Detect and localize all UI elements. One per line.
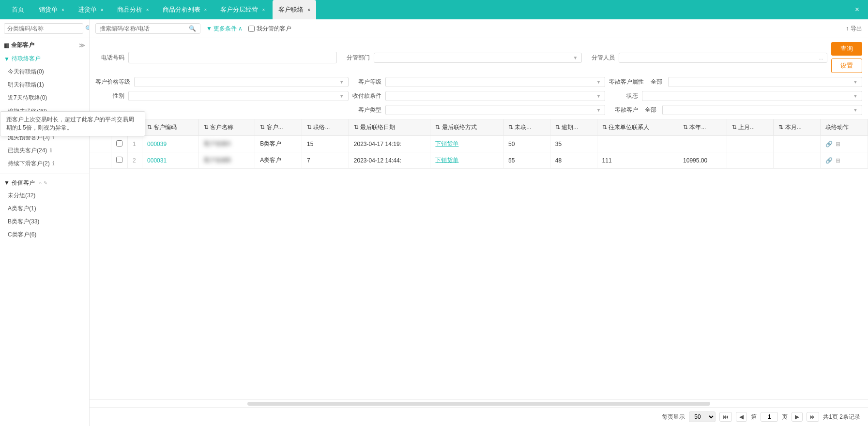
row1-select[interactable] bbox=[116, 140, 122, 147]
table-row: 1 000039 客户名称A B类客户 15 2023-04-17 14:19:… bbox=[90, 136, 868, 152]
price-level-select[interactable]: ▼ bbox=[134, 77, 349, 87]
status-select[interactable]: ▼ bbox=[642, 91, 862, 101]
row1-last-method[interactable]: 下销货单 bbox=[430, 136, 503, 152]
per-page-select[interactable]: 50 100 200 bbox=[689, 411, 716, 422]
row2-name: 客户名称B bbox=[198, 152, 255, 169]
col-name[interactable]: ⇅ 客户名称 bbox=[198, 119, 255, 136]
filter-my-customers[interactable]: 我分管的客户 bbox=[248, 25, 291, 33]
row2-last-method[interactable]: 下销货单 bbox=[430, 152, 503, 169]
col-this-month[interactable]: ⇅ 本月... bbox=[774, 119, 821, 136]
filter-search-input[interactable] bbox=[100, 25, 187, 32]
sidebar-value-group-header[interactable]: ▼ 价值客户 ○ ✎ bbox=[0, 177, 89, 189]
sidebar-item-ungrouped[interactable]: 未分组(32) bbox=[0, 189, 89, 202]
retail-attr-select[interactable]: ▼ bbox=[668, 77, 862, 87]
col-last-contact-method[interactable]: ⇅ 最后联络方式 bbox=[430, 119, 503, 136]
sidebar-pending-group-label[interactable]: ▼ 待联络客户 bbox=[0, 52, 89, 65]
tab-product-analysis[interactable]: 商品分析 × bbox=[111, 0, 155, 19]
retail-customer-select[interactable]: ▼ bbox=[662, 105, 862, 115]
value-group-edit-icon[interactable]: ✎ bbox=[44, 180, 47, 186]
tab-product-analysis-list[interactable]: 商品分析列表 × bbox=[157, 0, 213, 19]
col-contact[interactable]: ⇅ 联络... bbox=[302, 119, 349, 136]
sidebar-item-tomorrow[interactable]: 明天待联络(1) bbox=[0, 78, 89, 91]
payment-chevron: ▼ bbox=[596, 93, 601, 99]
row2-link-icon[interactable]: 🔗 bbox=[825, 157, 833, 164]
sidebar-collapse-icon[interactable]: ≫ bbox=[79, 42, 85, 49]
close-all-button[interactable]: × bbox=[851, 5, 863, 14]
gender-select[interactable]: ▼ bbox=[128, 91, 349, 101]
payment-select[interactable]: ▼ bbox=[385, 91, 606, 101]
filter-more-conditions[interactable]: ▼ 更多条件 ∧ bbox=[206, 25, 243, 33]
col-last-month-sort-icon: ⇅ bbox=[732, 124, 737, 131]
col-last-month[interactable]: ⇅ 上月... bbox=[727, 119, 774, 136]
filter-payment-field: 收付款条件 ▼ bbox=[352, 91, 606, 101]
row2-code[interactable]: 000031 bbox=[142, 152, 199, 169]
col-this-year[interactable]: ⇅ 本年... bbox=[678, 119, 727, 136]
filter-retail-attr-field: 零散客户属性 全部 ▼ bbox=[609, 77, 862, 87]
filter-price-level-field: 客户价格等级 ▼ bbox=[95, 77, 349, 87]
tab-customer-contact[interactable]: 客户联络 × bbox=[273, 0, 316, 19]
my-customers-checkbox[interactable] bbox=[248, 26, 255, 32]
sidebar-item-declining[interactable]: 持续下滑客户(2) ℹ bbox=[0, 157, 89, 170]
col-action: 联络动作 bbox=[821, 119, 868, 136]
sidebar-search-input[interactable] bbox=[4, 23, 83, 34]
manager-select[interactable]: ... bbox=[619, 53, 827, 63]
tab-sales-order[interactable]: 销货单 × bbox=[33, 0, 70, 19]
row1-grid-icon[interactable]: ⊞ bbox=[836, 141, 840, 147]
tab-purchase-order[interactable]: 进货单 × bbox=[72, 0, 109, 19]
col-code-sort-icon: ⇅ bbox=[147, 124, 152, 131]
col-overdue[interactable]: ⇅ 逾期... bbox=[550, 119, 597, 136]
department-chevron-icon: ▼ bbox=[573, 55, 578, 60]
filter-search-icon[interactable]: 🔍 bbox=[189, 25, 196, 32]
tab-home[interactable]: 首页 bbox=[5, 0, 31, 19]
filter-retail-customer-field: 零散客户 全部 ▼ bbox=[609, 105, 862, 115]
customer-type-select[interactable]: ▼ bbox=[385, 105, 606, 115]
filter-bar: 🔍 ▼ 更多条件 ∧ 我分管的客户 ↑ 导出 bbox=[90, 19, 868, 38]
sidebar-item-class-b[interactable]: B类客户(33) bbox=[0, 215, 89, 228]
page-number-input[interactable] bbox=[761, 412, 778, 422]
scrollbar-thumb[interactable] bbox=[247, 402, 710, 406]
customer-level-select[interactable]: ▼ bbox=[385, 77, 606, 87]
prev-page-button[interactable]: ◀ bbox=[736, 412, 747, 422]
sidebar-item-churned[interactable]: 已流失客户(24) ℹ bbox=[0, 144, 89, 157]
row2-grid-icon[interactable]: ⊞ bbox=[836, 157, 840, 164]
sidebar-search-icon[interactable]: 🔍 bbox=[85, 25, 90, 32]
col-last-contact-date[interactable]: ⇅ 最后联络日期 bbox=[349, 119, 430, 136]
sidebar-item-7days[interactable]: 近7天待联络(0) bbox=[0, 91, 89, 104]
tab-sales-order-close[interactable]: × bbox=[61, 7, 64, 13]
col-level[interactable]: ⇅ 客户... bbox=[255, 119, 302, 136]
col-uncontacted[interactable]: ⇅ 未联... bbox=[503, 119, 550, 136]
sidebar-item-class-c[interactable]: C类客户(6) bbox=[0, 228, 89, 241]
horizontal-scrollbar[interactable] bbox=[90, 399, 868, 407]
row2-select[interactable] bbox=[116, 157, 122, 163]
page-label: 第 bbox=[751, 413, 757, 421]
row2-checkbox[interactable] bbox=[111, 152, 128, 169]
tooltip: 距客户上次交易时长，超过了此客户的平均交易周期的1.5倍，则视为异常。 bbox=[0, 111, 90, 136]
sidebar-all-customers[interactable]: ▦ 全部客户 ≫ bbox=[0, 38, 89, 52]
row1-link-icon[interactable]: 🔗 bbox=[825, 141, 833, 147]
tab-customer-contact-close[interactable]: × bbox=[307, 7, 310, 13]
settings-button[interactable]: 设置 bbox=[831, 59, 862, 73]
phone-input[interactable] bbox=[128, 52, 337, 63]
filter-manager-field: 分管人员 ... bbox=[586, 53, 827, 63]
col-code[interactable]: ⇅ 客户编码 bbox=[142, 119, 199, 136]
tab-customer-segment-close[interactable]: × bbox=[262, 7, 265, 13]
last-page-button[interactable]: ⏭ bbox=[807, 412, 819, 422]
tab-customer-segment[interactable]: 客户分层经营 × bbox=[214, 0, 271, 19]
row1-code[interactable]: 000039 bbox=[142, 136, 199, 152]
next-page-button[interactable]: ▶ bbox=[792, 412, 803, 422]
value-group-label: 价值客户 bbox=[12, 179, 35, 187]
department-select[interactable]: ▼ bbox=[374, 53, 582, 63]
tab-product-analysis-close[interactable]: × bbox=[146, 7, 149, 13]
row2-num: 2 bbox=[128, 152, 142, 169]
tab-product-analysis-list-close[interactable]: × bbox=[204, 7, 207, 13]
query-button[interactable]: 查询 bbox=[831, 42, 862, 56]
value-group-circle-icon[interactable]: ○ bbox=[39, 180, 42, 186]
tab-sales-order-label: 销货单 bbox=[39, 5, 58, 14]
row1-checkbox[interactable] bbox=[111, 136, 128, 152]
col-unit-contact[interactable]: ⇅ 往来单位联系人 bbox=[597, 119, 678, 136]
export-button[interactable]: ↑ 导出 bbox=[846, 25, 862, 33]
sidebar-item-class-a[interactable]: A类客户(1) bbox=[0, 202, 89, 215]
sidebar-item-today[interactable]: 今天待联络(0) bbox=[0, 65, 89, 78]
tab-purchase-order-close[interactable]: × bbox=[101, 7, 104, 13]
first-page-button[interactable]: ⏮ bbox=[719, 412, 732, 422]
